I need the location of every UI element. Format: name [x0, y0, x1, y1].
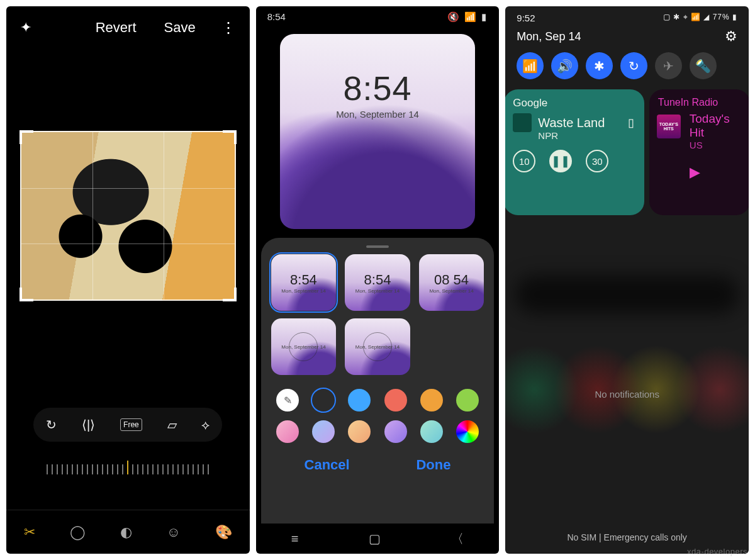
- photo-editor-panel: ✦ Revert Save ⋮ ↻ ⟨|⟩ Free ▱ ⟡ ✂ ◯ ◐ ☺ 🎨: [6, 6, 250, 554]
- output-device-icon[interactable]: ▯: [628, 116, 634, 130]
- crop-frame[interactable]: [20, 131, 236, 301]
- media-row: Google Waste Land NPR ▯ 10 ❚❚ 30 TuneIn …: [505, 86, 749, 219]
- cancel-button[interactable]: Cancel: [305, 457, 350, 473]
- shade-date: Mon, Sep 14: [517, 30, 581, 43]
- rotate-icon[interactable]: ↻: [46, 417, 57, 432]
- settings-icon[interactable]: ⚙: [725, 28, 737, 45]
- clock-style-thumb-4[interactable]: Mon, September 14: [345, 318, 410, 375]
- clock-style-thumb-3[interactable]: Mon, September 14: [271, 318, 337, 375]
- clock-time: 8:54: [343, 69, 411, 108]
- color-swatch-9[interactable]: [384, 420, 407, 443]
- rotation-ruler[interactable]: [31, 456, 225, 474]
- status-bar: 8:54 🔇 📶 ▮: [256, 6, 500, 23]
- crop-handle-tl[interactable]: [20, 130, 33, 144]
- clock-style-panel: 8:54 🔇 📶 ▮ 8:54 Mon, September 14 8:54Mo…: [256, 6, 500, 554]
- tab-crop-icon[interactable]: ✂: [24, 524, 35, 540]
- forward-button[interactable]: 30: [586, 150, 608, 172]
- tab-filter-icon[interactable]: ◯: [70, 524, 86, 540]
- color-swatch-8[interactable]: [348, 420, 371, 443]
- crop-handle-br[interactable]: [223, 288, 237, 301]
- status-icons: 🔇 📶 ▮: [447, 11, 488, 23]
- rewind-button[interactable]: 10: [513, 150, 535, 172]
- shade-header: Mon, Sep 14 ⚙: [505, 25, 749, 51]
- media-art: [513, 113, 532, 132]
- color-swatch-11[interactable]: [456, 420, 479, 443]
- perspective-icon[interactable]: ▱: [167, 417, 177, 432]
- revert-button[interactable]: Revert: [96, 20, 137, 36]
- clock-date: Mon, September 14: [336, 109, 419, 120]
- color-swatch-1[interactable]: [312, 389, 335, 412]
- clock-style-thumb-2[interactable]: 08 54Mon, September 14: [419, 254, 484, 311]
- done-button[interactable]: Done: [416, 457, 450, 473]
- media-app-name: TuneIn Radio: [658, 97, 741, 108]
- quick-settings-row: 📶🔊✱↻✈🔦: [505, 51, 749, 86]
- nav-back-icon[interactable]: 〈: [451, 530, 464, 547]
- color-swatch-6[interactable]: [276, 420, 299, 443]
- qs-wifi-icon[interactable]: 📶: [517, 52, 544, 79]
- media-card-google[interactable]: Google Waste Land NPR ▯ 10 ❚❚ 30: [505, 89, 644, 215]
- watermark: xda-developers: [687, 547, 747, 556]
- clock-style-grid: 8:54Mon, September 148:54Mon, September …: [271, 254, 484, 375]
- tab-adjust-icon[interactable]: ◐: [120, 524, 132, 540]
- qs-sound-icon[interactable]: 🔊: [551, 52, 578, 79]
- color-swatch-3[interactable]: [384, 389, 407, 412]
- clock-style-thumb-1[interactable]: 8:54Mon, September 14: [345, 254, 410, 311]
- color-swatch-7[interactable]: [312, 420, 335, 443]
- media-app-name: Google: [513, 97, 635, 109]
- clock-color-grid: ✎: [271, 389, 484, 443]
- status-bar: 9:52 ▢ ✱ ⌖ 📶 ◢ 77% ▮: [505, 6, 749, 25]
- media-subtitle: NPR: [538, 130, 605, 141]
- play-button[interactable]: ▶: [690, 164, 741, 181]
- status-icons: ▢ ✱ ⌖ 📶 ◢ 77% ▮: [663, 13, 737, 23]
- media-title: Today's Hit: [690, 112, 741, 140]
- crop-canvas[interactable]: [20, 131, 236, 301]
- color-swatch-0[interactable]: ✎: [276, 389, 299, 412]
- color-swatch-10[interactable]: [420, 420, 443, 443]
- qs-bluetooth-icon[interactable]: ✱: [586, 52, 613, 79]
- nav-bar: ≡ ▢ 〈: [256, 524, 500, 554]
- tab-sticker-icon[interactable]: ☺: [167, 524, 181, 540]
- color-swatch-2[interactable]: [348, 389, 371, 412]
- color-swatch-4[interactable]: [420, 389, 443, 412]
- sheet-handle[interactable]: [366, 245, 389, 248]
- crop-handle-tr[interactable]: [223, 130, 237, 144]
- lasso-icon[interactable]: ⟡: [201, 418, 210, 432]
- flip-icon[interactable]: ⟨|⟩: [82, 417, 95, 432]
- nav-recents-icon[interactable]: ≡: [291, 532, 299, 546]
- notification-shade-panel: 9:52 ▢ ✱ ⌖ 📶 ◢ 77% ▮ Mon, Sep 14 ⚙ 📶🔊✱↻✈…: [505, 6, 749, 554]
- color-swatch-5[interactable]: [456, 389, 479, 412]
- status-time: 8:54: [267, 11, 286, 23]
- no-notifications-label: No notifications: [505, 389, 749, 400]
- ratio-button[interactable]: Free: [120, 418, 142, 431]
- nav-home-icon[interactable]: ▢: [369, 531, 381, 546]
- save-button[interactable]: Save: [164, 20, 196, 36]
- style-sheet: 8:54Mon, September 148:54Mon, September …: [261, 238, 495, 524]
- crop-tooltray: ↻ ⟨|⟩ Free ▱ ⟡: [33, 408, 222, 442]
- editor-bottom-tabs: ✂ ◯ ◐ ☺ 🎨: [6, 510, 250, 554]
- blurred-notification: [515, 276, 739, 313]
- crop-handle-bl[interactable]: [20, 288, 33, 301]
- media-card-tunein[interactable]: TuneIn Radio TODAY'S HITS Today's Hit US…: [649, 89, 749, 215]
- qs-flashlight-icon[interactable]: 🔦: [690, 52, 717, 79]
- lockscreen-preview: 8:54 Mon, September 14: [280, 34, 476, 229]
- editor-topbar: ✦ Revert Save ⋮: [6, 6, 250, 43]
- media-art: TODAY'S HITS: [657, 115, 681, 138]
- pause-button[interactable]: ❚❚: [549, 150, 572, 172]
- auto-enhance-icon[interactable]: ✦: [20, 20, 31, 36]
- media-title: Waste Land: [538, 116, 605, 130]
- clock-style-thumb-0[interactable]: 8:54Mon, September 14: [271, 254, 337, 311]
- more-icon[interactable]: ⋮: [221, 19, 236, 36]
- tab-draw-icon[interactable]: 🎨: [215, 524, 232, 540]
- status-time: 9:52: [517, 13, 535, 23]
- qs-airplane-icon[interactable]: ✈: [655, 52, 682, 79]
- sheet-actions: Cancel Done: [271, 448, 484, 486]
- qs-rotate-icon[interactable]: ↻: [620, 52, 647, 79]
- media-subtitle: US: [690, 140, 741, 150]
